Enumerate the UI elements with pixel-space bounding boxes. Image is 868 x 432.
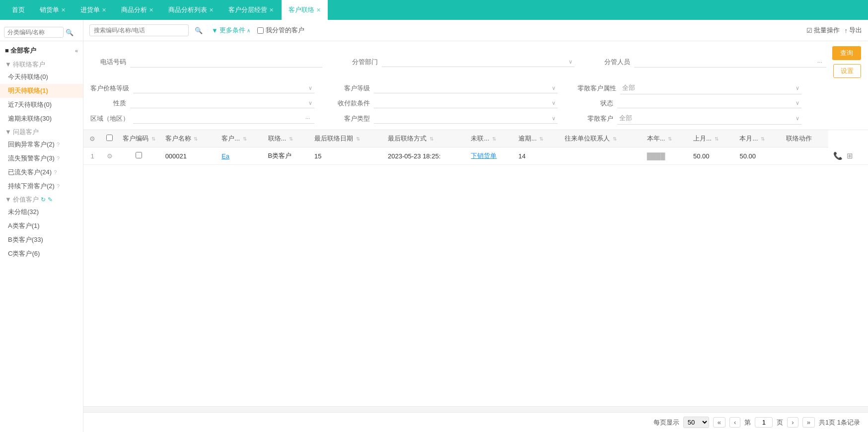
sidebar-search-icon[interactable]: 🔍: [66, 29, 73, 36]
filter-scatter-customer: 零散客户 全部 ∨: [578, 112, 801, 125]
filter-scatter-attr-select[interactable]: 全部 ∨: [620, 82, 801, 94]
th-name[interactable]: 客户名称 ⇅: [160, 130, 217, 147]
search-input[interactable]: [89, 24, 189, 36]
table-scrollbar[interactable]: [83, 406, 868, 412]
edit-icon[interactable]: ✎: [48, 196, 53, 203]
sidebar-item-declining[interactable]: 持续下滑客户(2) ?: [0, 179, 83, 193]
my-customer-checkbox-label[interactable]: 我分管的客户: [257, 26, 304, 35]
checkbox-icon: ☑: [806, 27, 812, 34]
sidebar-item-churn-warning[interactable]: 流失预警客户(3) ?: [0, 151, 83, 165]
nav-item-product-analysis-list[interactable]: 商品分析列表 ✕: [161, 0, 220, 20]
th-last-contact-method[interactable]: 最后联络方式 ⇅: [383, 130, 466, 147]
th-gear[interactable]: ⚙: [83, 130, 101, 147]
nav-item-sales[interactable]: 销货单 ✕: [33, 0, 72, 20]
filter-status-select[interactable]: ∨: [617, 98, 801, 108]
th-contact-person[interactable]: 往来单位联系人 ⇅: [560, 130, 642, 147]
nav-item-customer-tier[interactable]: 客户分层经营 ✕: [221, 0, 281, 20]
th-code[interactable]: 客户编码 ⇅: [118, 130, 160, 147]
th-contact-count[interactable]: 联络... ⇅: [263, 130, 309, 147]
last-contact-method-link[interactable]: 下销货单: [471, 152, 497, 159]
sidebar-all-customers[interactable]: ■ 全部客户 «: [0, 43, 83, 58]
td-name[interactable]: Ea: [217, 147, 263, 165]
filter-phone: 电话号码: [90, 57, 322, 68]
query-button[interactable]: 查询: [832, 46, 861, 60]
nav-close-customer-contact[interactable]: ✕: [316, 7, 321, 13]
chevron-nature-icon: ∨: [308, 100, 312, 106]
page-input[interactable]: [755, 417, 773, 428]
nav-close-customer-tier[interactable]: ✕: [269, 7, 274, 13]
filter-phone-input[interactable]: [130, 57, 322, 68]
setting-button[interactable]: 设置: [833, 64, 861, 78]
sort-icon-uncontacted: ⇅: [492, 136, 496, 142]
sidebar-item-overdue[interactable]: 逾期未联络(30): [0, 112, 83, 126]
phone-icon[interactable]: 📞: [833, 151, 843, 160]
th-this-month-amount[interactable]: 本月... ⇅: [734, 130, 781, 147]
th-type[interactable]: 客户... ⇅: [217, 130, 263, 147]
sidebar-item-today[interactable]: 今天待联络(0): [0, 70, 83, 84]
total-label: 共1页 1条记录: [819, 418, 860, 427]
filter-payment-select[interactable]: ∨: [374, 98, 558, 108]
filter-customer-type-select[interactable]: ∨: [374, 114, 558, 124]
sidebar-search-input[interactable]: [4, 27, 64, 38]
sidebar-item-tomorrow[interactable]: 明天待联络(1): [0, 84, 83, 98]
filter-manager-select[interactable]: ···: [634, 57, 826, 68]
page-label-before: 第: [744, 418, 751, 427]
filter-region-more[interactable]: ···: [303, 115, 312, 122]
chevron-dept-icon: ∨: [569, 59, 573, 65]
th-checkbox[interactable]: [101, 130, 118, 147]
batch-op-button[interactable]: ☑ 批量操作: [806, 26, 840, 35]
sidebar-item-typeA[interactable]: A类客户(1): [0, 219, 83, 233]
nav-item-customer-contact[interactable]: 客户联络 ✕: [282, 0, 328, 20]
search-button[interactable]: 🔍: [193, 25, 205, 36]
filter-more-button[interactable]: ▼ 更多条件 ∧: [209, 24, 253, 37]
sidebar-item-typeB[interactable]: B类客户(33): [0, 233, 83, 247]
td-gear[interactable]: ⚙: [101, 147, 118, 165]
sort-icon-code: ⇅: [151, 136, 155, 142]
filter-scatter-customer-select[interactable]: 全部 ∨: [617, 112, 801, 125]
filter-dept-select[interactable]: ∨: [382, 57, 574, 67]
customer-name-link[interactable]: Ea: [221, 152, 229, 160]
grid-icon[interactable]: ⊞: [847, 151, 853, 160]
th-last-contact-date[interactable]: 最后联络日期 ⇅: [309, 130, 383, 147]
refresh-icon[interactable]: ↻: [41, 196, 46, 203]
td-last-contact-method[interactable]: 下销货单: [466, 147, 513, 165]
nav-item-product-analysis[interactable]: 商品分析 ✕: [114, 0, 160, 20]
td-checkbox[interactable]: [118, 147, 160, 165]
chevron-scatter-icon: ∨: [796, 85, 799, 91]
th-overdue[interactable]: 逾期... ⇅: [513, 130, 560, 147]
row-checkbox[interactable]: [136, 152, 142, 158]
nav-close-sales[interactable]: ✕: [61, 7, 66, 13]
nav-close-product-analysis-list[interactable]: ✕: [209, 7, 214, 13]
filter-customer-level-select[interactable]: ∨: [374, 83, 558, 93]
filter-region-select[interactable]: ···: [133, 113, 314, 124]
export-button[interactable]: ↑ 导出: [845, 26, 863, 35]
nav-item-purchase[interactable]: 进货单 ✕: [73, 0, 113, 20]
first-page-button[interactable]: «: [713, 417, 725, 428]
th-year-amount[interactable]: 本年... ⇅: [642, 130, 688, 147]
td-last-month-amount: 50.00: [734, 147, 781, 165]
filter-manager-more[interactable]: ···: [815, 59, 824, 66]
sidebar-item-typeC[interactable]: C类客户(6): [0, 247, 83, 261]
sidebar-item-repurchase-abnormal[interactable]: 回购异常客户(2) ?: [0, 138, 83, 151]
filter-scatter-attr: 零散客户属性 全部 ∨: [578, 82, 801, 94]
next-page-button[interactable]: ›: [787, 417, 798, 428]
nav-close-product-analysis[interactable]: ✕: [149, 7, 153, 13]
select-all-checkbox[interactable]: [106, 135, 113, 141]
th-last-month-amount[interactable]: 上月... ⇅: [688, 130, 734, 147]
my-customer-checkbox[interactable]: [257, 27, 264, 34]
page-size-select[interactable]: 50 10 20 100: [683, 417, 709, 428]
nav-item-home[interactable]: 首页: [5, 0, 32, 20]
nav-close-purchase[interactable]: ✕: [102, 7, 106, 13]
th-uncontacted[interactable]: 未联... ⇅: [466, 130, 513, 147]
td-contact-person: ████: [642, 147, 688, 165]
prev-page-button[interactable]: ‹: [729, 417, 740, 428]
filter-nature: 性质 ∨: [90, 98, 314, 108]
last-page-button[interactable]: »: [802, 417, 815, 428]
sidebar-item-week7[interactable]: 近7天待联络(0): [0, 98, 83, 112]
chevron-payment-icon: ∨: [552, 100, 556, 106]
filter-price-level-select[interactable]: ∨: [133, 83, 314, 93]
chevron-level-icon: ∨: [552, 85, 556, 91]
sidebar-item-churned[interactable]: 已流失客户(24) ?: [0, 165, 83, 179]
sidebar-item-ungroup[interactable]: 未分组(32): [0, 205, 83, 219]
filter-nature-select[interactable]: ∨: [130, 98, 314, 108]
